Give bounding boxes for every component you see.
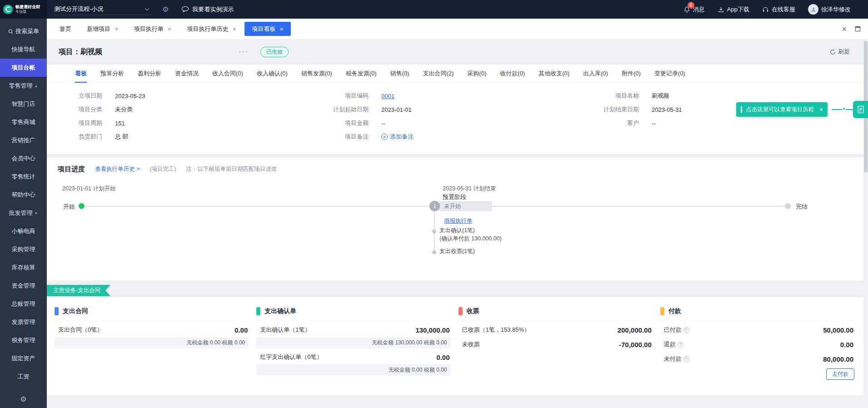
add-note-link[interactable]: +添加备注	[381, 133, 414, 141]
info-value: 2023-01-01	[381, 106, 412, 113]
subtab[interactable]: 税务发票(0)	[346, 65, 377, 83]
subtab[interactable]: 销售发票(0)	[301, 65, 332, 83]
subtab[interactable]: 支出合同(2)	[423, 65, 454, 83]
sidebar-item[interactable]: 快捷导航	[0, 40, 47, 59]
sidebar-item[interactable]: 总账管理	[0, 295, 47, 313]
sidebar-item[interactable]: 批发管理▼	[0, 204, 47, 222]
scrollbar[interactable]	[863, 39, 868, 408]
sidebar-item[interactable]: 发票管理	[0, 313, 47, 331]
tab-close-icon[interactable]: ×	[279, 25, 284, 32]
sidebar-item[interactable]: 项目台帐	[0, 59, 47, 77]
info-label: 项目分类	[47, 105, 102, 114]
brand: 畅捷通好业财 专业版	[0, 0, 47, 19]
card-row-label: 未付款?	[664, 355, 689, 363]
tab-close-icon[interactable]: ×	[168, 25, 172, 32]
fill-execution-link[interactable]: 填报执行单	[444, 217, 473, 225]
card-subrow: 无税金额 0.00 税额 0.00	[55, 337, 249, 348]
tab[interactable]: 项目执行单历史×	[180, 22, 244, 36]
cards-row: 支出合同支出合同（0笔）0.00无税金额 0.00 税额 0.00支出确认单支出…	[47, 297, 863, 380]
info-label: 项目名称	[564, 92, 639, 100]
tab-label: 项目执行单历史	[187, 25, 229, 33]
settings-gear-icon[interactable]: ⚙	[162, 6, 169, 13]
sidebar-item[interactable]: 库存核算	[0, 259, 47, 277]
help-icon[interactable]: ?	[678, 342, 683, 348]
go-pay-button[interactable]: 去付款	[826, 368, 854, 380]
tab[interactable]: 首页	[52, 22, 79, 36]
chevron-up-icon: ▲	[35, 84, 38, 88]
history-tooltip: 点击这里可以查看项目历程 ×	[736, 102, 828, 117]
tab[interactable]: 项目看板×	[244, 22, 291, 36]
user-menu[interactable]: 徐泽华修改	[808, 4, 851, 15]
online-service-button[interactable]: 在线客服	[762, 5, 795, 14]
card-header: 付款	[660, 307, 854, 321]
tab[interactable]: 项目执行单×	[127, 22, 179, 36]
subtab[interactable]: 盈利分析	[138, 65, 161, 83]
sidebar-item[interactable]: 工资	[0, 368, 47, 386]
subtab[interactable]: 采购(0)	[467, 65, 486, 83]
org-select[interactable]: 测试分开流程-小况	[53, 4, 152, 15]
card-subrow: 无税金额 130,000.00 税额 0.00	[256, 337, 450, 348]
tab-close-icon[interactable]: ×	[115, 25, 119, 32]
subtab[interactable]: 销售(0)	[390, 65, 409, 83]
info-row: 项目名称刷视频	[564, 92, 863, 100]
sidebar-item[interactable]: 零售商城	[0, 113, 47, 131]
sidebar-item-label: 营销推广	[12, 136, 35, 144]
sidebar-settings-gear-icon[interactable]: ⚙	[0, 395, 47, 403]
subtab[interactable]: 资金情况	[175, 65, 199, 83]
online-service-label: 在线客服	[772, 5, 795, 14]
sidebar-item[interactable]: 搜索菜单	[0, 22, 47, 40]
sidebar-item-label: 零售商城	[12, 118, 35, 126]
app-download-button[interactable]: App下载	[718, 5, 749, 14]
sidebar-item[interactable]: 小畅电商	[0, 222, 47, 240]
timeline-start-dot	[79, 203, 85, 209]
info-label: 计划起始日期	[264, 105, 369, 114]
subtab[interactable]: 预算分析	[100, 65, 124, 83]
info-value-link[interactable]: 0001	[381, 93, 394, 100]
brand-edition: 专业版	[15, 10, 40, 14]
subtab[interactable]: 看板	[75, 65, 87, 83]
subtab-bar: 看板预算分析盈利分析资金情况收入合同(0)收入确认(0)销售发票(0)税务发票(…	[47, 65, 863, 83]
subtab[interactable]: 收入合同(0)	[212, 65, 243, 83]
sidebar-item[interactable]: 零售管理▲	[0, 77, 47, 95]
card-row-value: 80,000.00	[823, 355, 853, 363]
card-row: 红字支出确认单（0笔）0.00	[256, 348, 450, 363]
subtab[interactable]: 其他收支(0)	[539, 65, 569, 83]
sidebar-item[interactable]: 采购管理	[0, 240, 47, 259]
subtab[interactable]: 收付款(0)	[500, 65, 525, 83]
help-icon[interactable]: ?	[683, 327, 689, 333]
card-row-label: 退款?	[664, 340, 683, 348]
progress-title: 项目进度	[58, 165, 85, 174]
org-select-value: 测试分开流程-小况	[54, 5, 103, 13]
help-icon[interactable]: ?	[683, 356, 689, 362]
tabstrip-expand-icon[interactable]	[855, 26, 861, 32]
tooltip-close-icon[interactable]: ×	[819, 106, 823, 113]
sidebar-item-label: 税务管理	[12, 336, 35, 344]
timeline-stage-node[interactable]: 1	[429, 201, 440, 211]
sidebar-item[interactable]: 税务管理	[0, 331, 47, 349]
tab-close-icon[interactable]: ×	[233, 25, 237, 32]
history-link[interactable]: 查看执行单历史 >	[95, 165, 140, 173]
more-button[interactable]: ···	[239, 48, 249, 56]
subtab[interactable]: 收入确认(0)	[257, 65, 288, 83]
sidebar-item[interactable]: 资金管理	[0, 277, 47, 295]
sidebar-item[interactable]: 零售统计	[0, 168, 47, 186]
tabstrip-close-icon[interactable]: ×	[842, 25, 847, 33]
demo-link[interactable]: 我要看实例演示	[181, 5, 234, 14]
sidebar-item[interactable]: 固定资产	[0, 349, 47, 368]
refresh-button[interactable]: 刷新	[830, 48, 850, 56]
info-value: --	[652, 120, 656, 127]
event-text: (确认单付款 130,000.00)	[439, 235, 502, 243]
stage-name: 预置阶段	[443, 193, 466, 201]
info-label: 负责部门	[47, 133, 102, 141]
sidebar-item[interactable]: 帮助中心	[0, 186, 47, 204]
tab[interactable]: 新增项目×	[80, 22, 126, 36]
sidebar-item[interactable]: 会员中心	[0, 149, 47, 168]
project-history-float-button[interactable]	[853, 101, 868, 118]
sidebar-item[interactable]: 营销推广	[0, 131, 47, 149]
subtab[interactable]: 出入库(0)	[583, 65, 608, 83]
subtab[interactable]: 附件(0)	[622, 65, 641, 83]
subtab[interactable]: 变更记录(0)	[654, 65, 685, 83]
card-color-icon	[256, 307, 260, 315]
messages-button[interactable]: 8 消息	[683, 5, 705, 14]
sidebar-item[interactable]: 智慧门店	[0, 95, 47, 113]
